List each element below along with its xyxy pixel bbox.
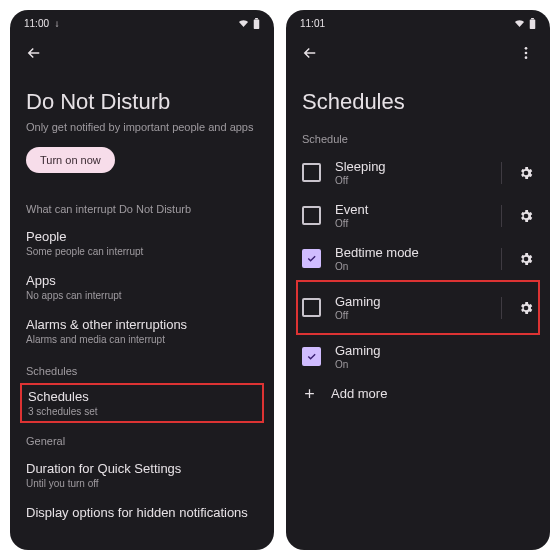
schedule-state: Off <box>335 218 493 229</box>
plus-icon <box>302 386 317 401</box>
svg-rect-3 <box>531 18 534 19</box>
schedule-name: Sleeping <box>335 159 493 174</box>
svg-point-6 <box>525 56 528 59</box>
section-schedules: Schedules <box>26 365 258 377</box>
schedules-screen: 11:01 Schedules Schedule SleepingOffEven… <box>286 10 550 550</box>
page-subtitle: Only get notified by important people an… <box>26 121 258 133</box>
section-schedule: Schedule <box>302 133 534 145</box>
row-schedules[interactable]: Schedules 3 schedules set <box>20 383 264 423</box>
schedule-checkbox[interactable] <box>302 206 321 225</box>
row-add-more[interactable]: Add more <box>302 378 534 409</box>
schedule-checkbox[interactable] <box>302 298 321 317</box>
schedule-checkbox[interactable] <box>302 163 321 182</box>
page-title: Do Not Disturb <box>26 89 258 115</box>
svg-rect-2 <box>530 19 536 29</box>
schedule-row[interactable]: GamingOn <box>302 335 534 378</box>
turn-on-button[interactable]: Turn on now <box>26 147 115 173</box>
back-button[interactable] <box>20 39 48 67</box>
gear-icon[interactable] <box>510 165 534 181</box>
status-bar: 11:01 <box>286 10 550 33</box>
status-time: 11:00 <box>24 18 49 29</box>
status-time: 11:01 <box>300 18 325 29</box>
app-bar <box>286 33 550 73</box>
schedule-checkbox[interactable] <box>302 347 321 366</box>
section-general: General <box>26 435 258 447</box>
back-button[interactable] <box>296 39 324 67</box>
schedule-state: On <box>335 359 534 370</box>
schedule-name: Gaming <box>335 294 493 309</box>
wifi-icon <box>238 19 249 28</box>
gear-icon[interactable] <box>510 300 534 316</box>
gear-icon[interactable] <box>510 251 534 267</box>
schedule-name: Gaming <box>335 343 534 358</box>
schedule-name: Bedtime mode <box>335 245 493 260</box>
row-display-options[interactable]: Display options for hidden notifications <box>26 497 258 528</box>
svg-point-4 <box>525 47 528 50</box>
battery-icon <box>529 18 536 29</box>
schedule-state: On <box>335 261 493 272</box>
gear-icon[interactable] <box>510 208 534 224</box>
dnd-screen: 11:00 ↓ Do Not Disturb Only get notified… <box>10 10 274 550</box>
battery-icon <box>253 18 260 29</box>
schedule-row[interactable]: EventOff <box>302 194 534 237</box>
overflow-menu-button[interactable] <box>512 39 540 67</box>
schedule-row[interactable]: GamingOff <box>302 286 534 329</box>
app-bar <box>10 33 274 73</box>
section-interrupt: What can interrupt Do Not Disturb <box>26 203 258 215</box>
svg-point-5 <box>525 52 528 55</box>
row-duration[interactable]: Duration for Quick Settings Until you tu… <box>26 453 258 497</box>
schedule-checkbox[interactable] <box>302 249 321 268</box>
schedule-name: Event <box>335 202 493 217</box>
page-title: Schedules <box>302 89 534 115</box>
schedule-row[interactable]: SleepingOff <box>302 151 534 194</box>
schedule-state: Off <box>335 310 493 321</box>
row-people[interactable]: People Some people can interrupt <box>26 221 258 265</box>
svg-rect-0 <box>254 19 260 29</box>
wifi-icon <box>514 19 525 28</box>
svg-rect-1 <box>255 18 258 19</box>
schedule-row[interactable]: Bedtime modeOn <box>302 237 534 280</box>
schedule-state: Off <box>335 175 493 186</box>
status-bar: 11:00 ↓ <box>10 10 274 33</box>
row-alarms[interactable]: Alarms & other interruptions Alarms and … <box>26 309 258 353</box>
row-apps[interactable]: Apps No apps can interrupt <box>26 265 258 309</box>
